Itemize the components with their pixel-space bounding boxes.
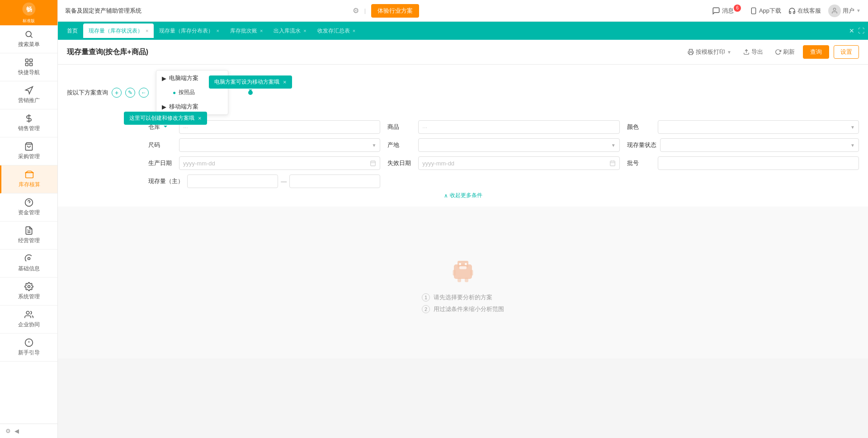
headset-icon [788, 7, 796, 14]
settings-btn[interactable]: 设置 [834, 45, 859, 59]
sidebar-item-finance[interactable]: 资金管理 [0, 193, 57, 221]
warehouse-select[interactable]: ··· [179, 120, 380, 134]
size-dropdown-icon: ▼ [372, 143, 376, 148]
calendar-icon-1 [370, 160, 376, 166]
top-header: 装备及固定资产辅助管理系统 ⚙ | 体验行业方案 消息 6 App下载 在线客服 [58, 0, 868, 22]
batch-input[interactable] [658, 156, 859, 170]
tab-close-1[interactable]: × [216, 28, 219, 33]
svg-point-16 [28, 286, 30, 288]
empty-tip-2: 2 用过滤条件来缩小分析范围 [422, 305, 504, 313]
filter-field-batch: 批号 [627, 156, 859, 170]
stock-status-select[interactable]: ▼ [660, 138, 859, 152]
sidebar-item-corp[interactable]: 企业协同 [0, 306, 57, 334]
content-area: 现存量查询(按仓库+商品) 按模板打印 ▼ 导出 刷新 查询 设置 [58, 40, 868, 438]
tooltip-wrapper-2: 这里可以创建和修改方案哦 × [124, 112, 207, 125]
tab-close-0[interactable]: × [146, 28, 148, 33]
tab-inventory-status[interactable]: 现存量（库存状况表） × [83, 24, 154, 38]
expire-date-input[interactable]: yyyy-mm-dd [418, 156, 619, 170]
chevron-up-icon: ∧ [444, 193, 448, 199]
sidebar-item-guide[interactable]: 新手引导 [0, 334, 57, 362]
user-dropdown-icon: ▼ [856, 8, 861, 13]
goods-select[interactable]: ··· [418, 120, 619, 134]
stock-range-max[interactable] [289, 174, 380, 188]
svg-rect-21 [751, 8, 755, 14]
svg-rect-4 [25, 59, 28, 62]
sidebar-item-search[interactable]: 搜索菜单 [0, 25, 57, 53]
filter-header: 按以下方案查询 + ✎ ← ▶ 电脑端方案 ● 按照品 [67, 70, 859, 115]
industry-btn[interactable]: 体验行业方案 [371, 4, 419, 18]
svg-line-3 [30, 36, 32, 38]
app-download-btn[interactable]: App下载 [750, 7, 781, 15]
filter-field-stock-status: 现存量状态 ▼ [627, 138, 859, 152]
origin-select[interactable]: ▼ [418, 138, 619, 152]
filter-edit-btn[interactable]: ✎ [125, 88, 135, 98]
inventory-icon [25, 170, 34, 179]
tab-close-all-icon[interactable]: ✕ [849, 27, 854, 34]
stock-range: — [187, 174, 380, 188]
filter-row-2: 尺码 ▼ 产地 ▼ 现存量状态 ▼ [148, 138, 859, 152]
filter-back-btn[interactable]: ← [139, 88, 149, 98]
tab-close-3[interactable]: × [303, 28, 306, 33]
collapse-btn[interactable]: ∧ 收起更多条件 [67, 188, 859, 201]
svg-text:畅: 畅 [26, 5, 32, 12]
sidebar-item-nav[interactable]: 快捷导航 [0, 53, 57, 81]
marketing-icon [24, 86, 33, 95]
tab-bar-right: ✕ ⛶ [849, 27, 864, 34]
sidebar-item-operation[interactable]: 经营管理 [0, 221, 57, 250]
svg-point-37 [465, 263, 467, 265]
color-select[interactable]: ▼ [658, 120, 859, 134]
size-select[interactable]: ▼ [179, 138, 380, 152]
export-btn[interactable]: 导出 [740, 46, 767, 58]
page-header: 现存量查询(按仓库+商品) 按模板打印 ▼ 导出 刷新 查询 设置 [58, 40, 868, 65]
nav-icon [24, 58, 33, 67]
filter-field-goods: 商品 ··· [387, 120, 619, 134]
logo-icon: 畅 [22, 2, 36, 16]
online-support-btn[interactable]: 在线客服 [788, 7, 821, 15]
filter-field-produce-date: 生产日期 yyyy-mm-dd [148, 156, 380, 170]
svg-point-2 [26, 31, 31, 37]
tab-close-4[interactable]: × [353, 28, 355, 33]
message-btn[interactable]: 消息 6 [712, 7, 743, 15]
tab-fullscreen-icon[interactable]: ⛶ [858, 27, 864, 34]
sidebar-item-marketing[interactable]: 营销推广 [0, 81, 57, 109]
filter-add-btn[interactable]: + [112, 88, 122, 98]
filter-rows: 仓库 ··· 商品 ··· 颜色 ▼ [148, 120, 859, 188]
sidebar-collapse-icon[interactable]: ◀ [14, 428, 19, 434]
svg-rect-6 [25, 63, 28, 66]
logo-subtitle: 标准版 [23, 18, 35, 24]
tab-bar: 首页 现存量（库存状况表） × 现存量（库存分布表） × 库存批次账 × 出入库… [58, 22, 868, 40]
tab-inventory-dist[interactable]: 现存量（库存分布表） × [154, 24, 224, 38]
operation-icon [24, 226, 33, 235]
system-icon [24, 282, 33, 291]
tooltip-2-close[interactable]: × [198, 115, 202, 122]
sidebar-item-inventory[interactable]: 库存核算 [0, 165, 57, 193]
svg-point-17 [26, 311, 29, 315]
range-separator: — [281, 178, 287, 185]
user-avatar[interactable]: 用户 ▼ [828, 5, 861, 17]
empty-tip-1: 1 请先选择要分析的方案 [422, 293, 504, 301]
tab-close-2[interactable]: × [260, 28, 263, 33]
tab-home[interactable]: 首页 [61, 24, 83, 38]
sidebar-item-purchase[interactable]: 采购管理 [0, 137, 57, 165]
avatar-icon [828, 5, 841, 17]
sidebar-item-system[interactable]: 系统管理 [0, 278, 57, 306]
tab-inout-flow[interactable]: 出入库流水 × [268, 24, 311, 38]
sidebar-item-sales[interactable]: 销售管理 [0, 109, 57, 137]
print-icon [688, 49, 694, 55]
refresh-btn[interactable]: 刷新 [771, 46, 798, 58]
sidebar-item-basic[interactable]: 基础信息 [0, 250, 57, 278]
produce-date-input[interactable]: yyyy-mm-dd [179, 156, 380, 170]
search-icon [24, 30, 33, 39]
stock-range-min[interactable] [187, 174, 278, 188]
origin-dropdown-icon: ▼ [611, 143, 616, 148]
tooltip-1-close[interactable]: × [283, 79, 287, 85]
settings-icon[interactable]: ⚙ [353, 6, 359, 15]
query-btn[interactable]: 查询 [803, 45, 829, 59]
tab-summary[interactable]: 收发存汇总表 × [312, 24, 361, 38]
dot-icon: ● [173, 89, 176, 96]
tab-batch-account[interactable]: 库存批次账 × [225, 24, 268, 38]
export-icon [743, 49, 750, 55]
print-btn[interactable]: 按模板打印 ▼ [684, 46, 735, 58]
color-dropdown-icon: ▼ [850, 125, 855, 130]
settings-gear-icon[interactable]: ⚙ [5, 428, 11, 434]
